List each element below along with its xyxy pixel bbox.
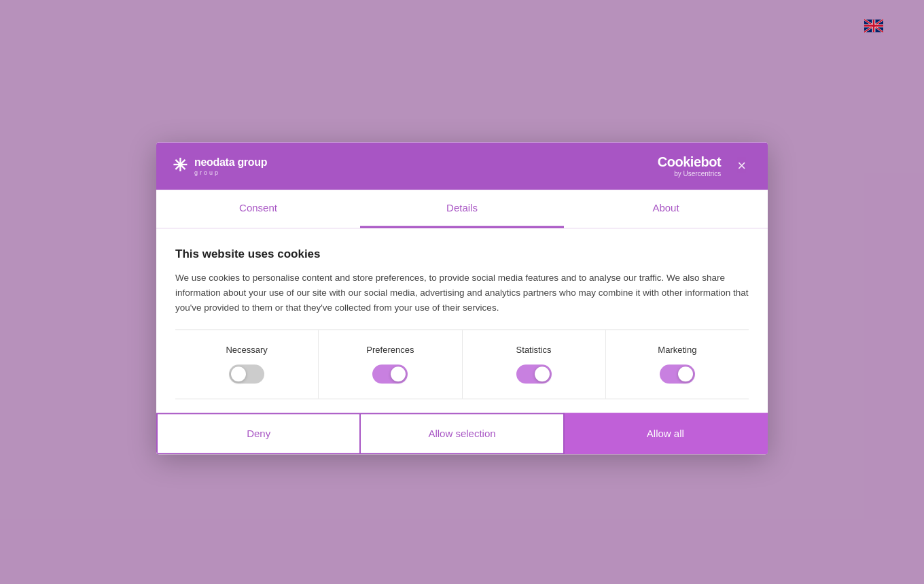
toggle-label-statistics: Statistics — [516, 345, 552, 356]
cookiebot-sub-text: by Usercentrics — [658, 170, 721, 177]
cookie-title: This website uses cookies — [175, 247, 749, 261]
deny-button[interactable]: Deny — [156, 413, 361, 455]
toggle-label-marketing: Marketing — [658, 345, 696, 356]
toggle-statistics-thumb — [535, 367, 550, 382]
toggle-label-necessary: Necessary — [226, 345, 267, 356]
toggle-marketing-thumb — [678, 367, 693, 382]
cookie-description: We use cookies to personalise content an… — [175, 271, 749, 316]
toggles-row: Necessary Preferences Statistics — [175, 330, 749, 400]
toggle-label-preferences: Preferences — [366, 345, 414, 356]
allow-all-button[interactable]: Allow all — [565, 413, 768, 455]
toggle-cell-necessary: Necessary — [175, 330, 319, 399]
toggle-preferences[interactable] — [372, 365, 408, 384]
modal-header: ✳ neodata group group Cookiebot by Userc… — [156, 142, 768, 190]
neodata-asterisk: ✳ — [173, 155, 188, 176]
toggle-necessary-thumb — [231, 367, 246, 382]
toggle-necessary[interactable] — [229, 365, 264, 384]
toggle-cell-marketing: Marketing — [606, 330, 749, 399]
toggle-cell-preferences: Preferences — [319, 330, 462, 399]
neodata-logo: ✳ neodata group group — [173, 155, 267, 176]
close-button[interactable]: × — [732, 156, 751, 176]
tab-details[interactable]: Details — [360, 190, 564, 228]
header-logos: ✳ neodata group group — [173, 155, 267, 176]
cookiebot-logo: Cookiebot by Usercentrics — [658, 154, 721, 177]
language-selector[interactable] — [864, 19, 883, 33]
cookie-consent-modal: ✳ neodata group group Cookiebot by Userc… — [156, 142, 768, 455]
modal-tabs: Consent Details About — [156, 190, 768, 228]
tab-about[interactable]: About — [564, 190, 768, 228]
modal-body: This website uses cookies We use cookies… — [156, 228, 768, 413]
toggle-statistics[interactable] — [516, 365, 552, 384]
toggle-marketing[interactable] — [660, 365, 695, 384]
tab-consent[interactable]: Consent — [156, 190, 360, 228]
cookiebot-main-text: Cookiebot — [658, 154, 721, 169]
toggle-cell-statistics: Statistics — [463, 330, 606, 399]
neodata-brand-name: neodata group — [194, 156, 267, 168]
toggle-preferences-thumb — [391, 367, 406, 382]
buttons-row: Deny Allow selection Allow all — [156, 413, 768, 455]
neodata-group-text: group — [194, 169, 267, 176]
allow-selection-button[interactable]: Allow selection — [361, 413, 564, 455]
